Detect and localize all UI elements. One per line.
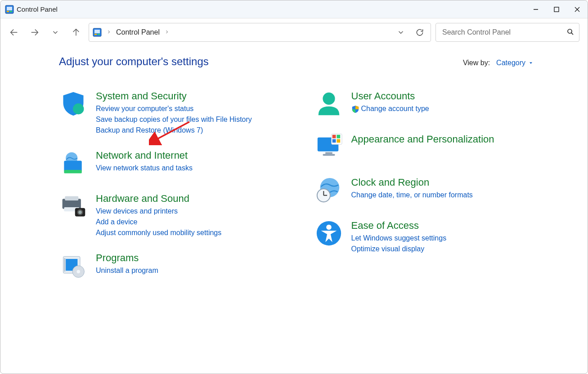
category-link[interactable]: Save backup copies of your files with Fi… bbox=[96, 116, 252, 124]
category-link[interactable]: Optimize visual display bbox=[351, 245, 447, 253]
content-area: Adjust your computer's settings View by:… bbox=[0, 46, 588, 294]
chevron-right-icon bbox=[106, 29, 112, 36]
svg-point-47 bbox=[326, 225, 332, 230]
category-user-accounts: User Accounts Change account type bbox=[314, 89, 534, 118]
back-button[interactable] bbox=[6, 24, 22, 40]
close-button[interactable] bbox=[567, 0, 588, 18]
categories-column-right: User Accounts Change account type bbox=[314, 89, 534, 294]
svg-rect-1 bbox=[7, 7, 12, 10]
svg-point-33 bbox=[323, 93, 335, 105]
titlebar: Control Panel bbox=[0, 0, 588, 18]
category-title[interactable]: User Accounts bbox=[351, 90, 429, 102]
recent-locations-dropdown[interactable] bbox=[47, 24, 63, 40]
category-clock-region: Clock and Region Change date, time, or n… bbox=[314, 176, 534, 205]
svg-rect-3 bbox=[10, 11, 12, 12]
category-link[interactable]: Let Windows suggest settings bbox=[351, 234, 447, 242]
category-link[interactable]: Change date, time, or number formats bbox=[351, 191, 473, 199]
category-title[interactable]: Network and Internet bbox=[96, 150, 193, 161]
category-link[interactable]: Uninstall a program bbox=[96, 267, 158, 275]
user-icon bbox=[314, 89, 343, 118]
category-ease-of-access: Ease of Access Let Windows suggest setti… bbox=[314, 219, 534, 253]
svg-rect-14 bbox=[98, 34, 100, 35]
monitor-apps-icon bbox=[314, 133, 343, 161]
uac-shield-icon bbox=[351, 105, 359, 113]
search-box[interactable] bbox=[435, 23, 579, 42]
control-panel-icon bbox=[93, 28, 102, 37]
chevron-right-icon bbox=[164, 29, 170, 36]
category-link-text: Change account type bbox=[361, 105, 429, 112]
search-input[interactable] bbox=[442, 28, 566, 36]
category-title[interactable]: System and Security bbox=[96, 90, 252, 102]
category-title[interactable]: Clock and Region bbox=[351, 177, 473, 188]
svg-rect-2 bbox=[7, 11, 9, 12]
programs-icon bbox=[59, 251, 88, 280]
viewby-dropdown[interactable]: Category bbox=[496, 59, 534, 67]
svg-rect-35 bbox=[325, 152, 332, 154]
search-icon[interactable] bbox=[566, 28, 575, 37]
address-history-dropdown[interactable] bbox=[394, 25, 408, 40]
category-title[interactable]: Appearance and Personalization bbox=[351, 134, 494, 145]
category-link[interactable]: View devices and printers bbox=[96, 207, 221, 215]
svg-rect-23 bbox=[65, 196, 78, 200]
category-title[interactable]: Ease of Access bbox=[351, 220, 447, 232]
categories-column-left: System and Security Review your computer… bbox=[59, 89, 278, 294]
maximize-button[interactable] bbox=[546, 0, 567, 18]
category-link[interactable]: Change account type bbox=[351, 105, 429, 113]
category-link[interactable]: Add a device bbox=[96, 218, 221, 226]
category-link[interactable]: Adjust commonly used mobility settings bbox=[96, 229, 221, 237]
category-hardware-sound: Hardware and Sound View devices and prin… bbox=[59, 192, 278, 237]
accessibility-icon bbox=[314, 219, 343, 248]
svg-rect-36 bbox=[323, 154, 335, 156]
category-appearance-personalization: Appearance and Personalization bbox=[314, 133, 534, 161]
svg-rect-30 bbox=[64, 258, 65, 272]
viewby-value: Category bbox=[496, 59, 525, 67]
svg-rect-40 bbox=[332, 139, 336, 143]
category-link[interactable]: Backup and Restore (Windows 7) bbox=[96, 126, 252, 134]
svg-point-15 bbox=[568, 29, 572, 33]
up-button[interactable] bbox=[68, 24, 84, 40]
svg-rect-13 bbox=[94, 34, 97, 35]
svg-rect-12 bbox=[94, 30, 100, 33]
network-icon bbox=[59, 149, 88, 178]
svg-rect-41 bbox=[337, 139, 340, 143]
svg-rect-38 bbox=[332, 135, 336, 138]
address-bar[interactable]: Control Panel bbox=[89, 23, 431, 42]
forward-button[interactable] bbox=[27, 24, 43, 40]
breadcrumb-item[interactable]: Control Panel bbox=[116, 28, 160, 36]
category-programs: Programs Uninstall a program bbox=[59, 251, 278, 280]
page-heading: Adjust your computer's settings bbox=[59, 55, 209, 68]
category-network-internet: Network and Internet View network status… bbox=[59, 149, 278, 178]
viewby-label: View by: bbox=[463, 59, 490, 67]
category-title[interactable]: Hardware and Sound bbox=[96, 193, 221, 205]
control-panel-icon bbox=[5, 5, 14, 14]
window-title: Control Panel bbox=[14, 5, 525, 13]
svg-line-16 bbox=[571, 32, 573, 34]
svg-point-18 bbox=[73, 103, 84, 114]
chevron-down-icon bbox=[528, 60, 534, 66]
shield-icon bbox=[59, 89, 88, 118]
toolbar: Control Panel bbox=[0, 18, 588, 46]
printer-camera-icon bbox=[59, 192, 88, 221]
category-title[interactable]: Programs bbox=[96, 252, 158, 264]
svg-marker-17 bbox=[530, 62, 532, 64]
category-system-security: System and Security Review your computer… bbox=[59, 89, 278, 134]
refresh-button[interactable] bbox=[413, 25, 427, 40]
svg-point-27 bbox=[78, 210, 82, 214]
svg-point-32 bbox=[77, 270, 81, 273]
category-link[interactable]: Review your computer's status bbox=[96, 105, 252, 113]
svg-rect-39 bbox=[337, 135, 340, 138]
globe-clock-icon bbox=[314, 176, 343, 205]
minimize-button[interactable] bbox=[525, 0, 546, 18]
category-link[interactable]: View network status and tasks bbox=[96, 164, 193, 172]
svg-rect-5 bbox=[554, 7, 559, 12]
svg-rect-21 bbox=[64, 170, 81, 174]
